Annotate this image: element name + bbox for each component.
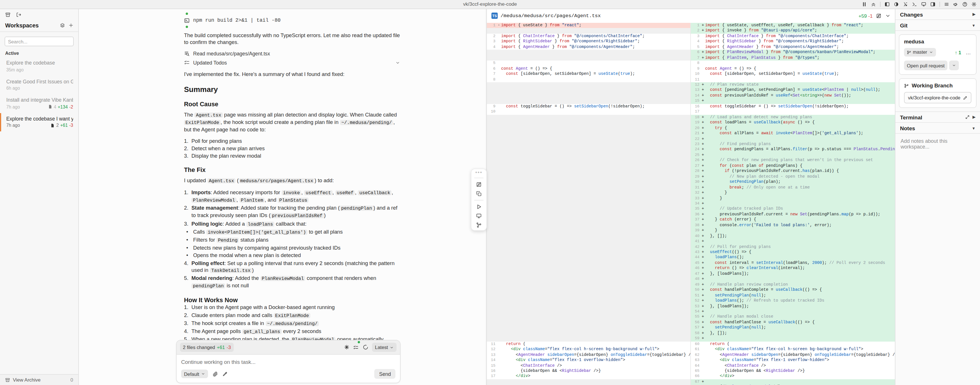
tool-call-label: Read medusa/src/pages/Agent.tsx [193,51,270,57]
diff-row: 41+ [487,239,895,244]
spark-icon[interactable] [344,345,349,350]
workspace-title: Create Good First Issues on Github So p [6,78,73,84]
diff-row: 16 {sidebarOpen && <RightSidebar />}65 {… [487,368,895,374]
spinner-icon [363,345,368,350]
collapse-sidebar-icon[interactable] [16,12,21,18]
diff-row: 26+ // Check for new pending plans that … [487,158,895,163]
whitespace-toggle-icon[interactable] [876,13,881,19]
working-branch-card: Working Branch vk/3ccf-explore-the-code [899,78,977,108]
expand-icon[interactable] [965,115,970,119]
diff-row: 2+import { invoke } from "@tauri-apps/ap… [487,28,895,34]
chevrons-up-icon[interactable] [871,2,876,7]
workspace-item[interactable]: Explore the codebase35m ago [0,57,78,76]
monitor-icon[interactable] [921,2,926,7]
layers-icon[interactable] [60,23,65,28]
monitor-icon[interactable] [476,213,482,219]
panel-right-icon[interactable] [930,2,935,7]
files-changed-label: 2 files changed [183,344,215,350]
diff-row: 17 </div>66 </div> [487,374,895,379]
diff-row: 50+ const handlePlanComplete = useCallba… [487,287,895,293]
help-icon[interactable] [962,2,967,7]
diff-row: 12+ // Plan review state [487,82,895,88]
file-search-icon [184,51,190,57]
diff-row: 35+ // Update tracked plan IDs [487,207,895,212]
pause-icon[interactable] [862,2,867,7]
diff-row: 19+ const loadPlans = useCallback(async … [487,120,895,126]
diff-row: 24+ const pendingPlans = allPlans.filter… [487,147,895,153]
list-item: 4.The Agent page polls get_all_plans eve… [184,328,400,335]
tool-call-row[interactable]: Updated Todos [184,59,400,67]
list-item: •Detects new plans by comparing against … [184,245,400,251]
diff-row: 59+ [487,336,895,342]
archive-box-icon[interactable] [5,12,11,18]
view-archive-button[interactable]: View Archive 0 [0,374,78,385]
diff-row: 45+ const interval = setInterval(loadPla… [487,261,895,266]
mode-select[interactable]: Default [181,369,208,378]
pen-icon[interactable] [222,371,228,377]
todos-indicator[interactable] [353,342,359,352]
settings-icon[interactable] [971,2,977,7]
chat-scroll-area[interactable]: npm run build 2>&1 | tail -80The build c… [79,9,486,351]
workspace-stats: 4+134-2 [48,104,73,110]
notes-input[interactable]: Add notes about this workspace... [896,134,980,154]
panel-left-icon[interactable] [885,2,890,7]
search-box [0,32,78,48]
chevron-down-icon[interactable] [395,60,400,65]
copy-icon[interactable] [476,191,482,197]
megaphone-icon[interactable] [953,2,958,7]
diff-row: 1-import { useState } from "react";1+imp… [487,23,895,28]
working-branch-field[interactable]: vk/3ccf-explore-the-code [904,92,971,103]
message-input[interactable]: Continue working on this task... [177,355,400,368]
workspace-item[interactable]: Explore the codebase I want you to exp7h… [0,113,78,131]
terminal-section-header[interactable]: Terminal ▶ [896,111,980,123]
diff-row: 52+ loadPlans(); // Refresh to update tr… [487,298,895,304]
diff-row: 6const Agent = () => {9const Agent = () … [487,66,895,72]
diff-additions: +59 [859,13,867,19]
git-branch-icon[interactable] [476,222,482,228]
app-window: vk/3ccf-explore-the-code Workspaces [0,0,980,385]
pr-dropdown-button[interactable] [949,60,959,70]
diff-header: TS /medusa/medusa/src/pages/Agent.tsx +5… [487,9,895,22]
changes-section-header[interactable]: Changes ▶ [896,9,980,20]
notes-section-header[interactable]: Notes ▼ [896,123,980,134]
files-changed-chip[interactable]: 2 files changed +61 -3 [180,343,234,352]
edit-pencil-icon[interactable] [963,95,967,100]
play-icon[interactable] [476,204,482,210]
chevron-down-icon [952,64,956,67]
diff-row: 3import { RightSidebar } from "@/compone… [487,39,895,45]
branch-select[interactable]: master [904,48,936,57]
git-section-header[interactable]: Git ▼ [896,20,980,31]
tool-call-row[interactable]: npm run build 2>&1 | tail -80 [184,17,400,24]
archive-box-icon [5,377,10,382]
drag-handle-icon[interactable]: ••• [476,171,482,174]
search-input[interactable] [5,37,74,46]
whitespace-toggle-icon[interactable] [476,181,482,187]
terminal-icon[interactable] [912,2,917,7]
open-pr-button[interactable]: Open pull request [904,60,947,70]
diff-row: 18+ // Load plans and detect new pending… [487,115,895,120]
timeline-dot [186,26,188,28]
attach-icon[interactable] [212,371,218,377]
diff-row: 23+ // Find pending plans [487,142,895,147]
send-button[interactable]: Send [375,369,395,379]
workspace-item[interactable]: Create Good First Issues on Github So p6… [0,76,78,94]
git-branch-icon[interactable] [903,2,908,7]
tool-call-row[interactable]: Read medusa/src/pages/Agent.tsx [184,50,400,57]
version-select[interactable]: Latest [372,343,396,352]
composer-actions: Default Send [177,368,400,383]
diff-body[interactable]: 1-import { useState } from "react";1+imp… [487,23,895,385]
add-workspace-icon[interactable] [68,23,73,28]
collapse-diff-icon[interactable] [885,13,890,19]
workspace-time: 35m ago [6,67,24,72]
composer-status-bar: 2 files changed +61 -3 Latest [177,340,400,355]
diff-row: 4import { AgentHeader } from "@/componen… [487,45,895,50]
theme-icon[interactable] [894,2,899,7]
diff-row: 25+ [487,153,895,158]
terminal-label: Terminal [900,114,922,120]
menu-icon[interactable] [944,2,949,7]
deletions-count: -3 [227,344,231,350]
diff-row: 39+ } [487,228,895,233]
more-options-icon[interactable]: … [966,49,971,55]
diff-row: 30+ setPendingPlan(plan); [487,179,895,185]
workspace-item[interactable]: Install and integrate Vibe Kanban Web C7… [0,94,78,113]
